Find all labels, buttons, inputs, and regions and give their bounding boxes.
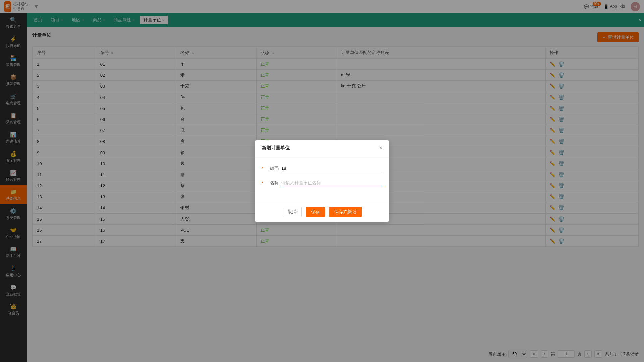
name-form-row: * 名称 <box>262 179 382 187</box>
name-input[interactable] <box>281 179 382 187</box>
modal-header: 新增计量单位 × <box>255 140 389 156</box>
code-input[interactable] <box>281 164 382 172</box>
add-unit-modal: 新增计量单位 × * 编码 * 名称 取消 保存 保存并新增 <box>255 140 389 222</box>
modal-body: * 编码 * 名称 <box>255 156 389 202</box>
code-required-mark: * <box>262 166 263 171</box>
code-form-row: * 编码 <box>262 164 382 172</box>
name-required-mark: * <box>262 181 263 186</box>
modal-title: 新增计量单位 <box>262 145 290 151</box>
cancel-button[interactable]: 取消 <box>283 207 302 217</box>
name-label: 名称 <box>267 180 279 186</box>
save-new-button[interactable]: 保存并新增 <box>329 207 362 217</box>
modal-footer: 取消 保存 保存并新增 <box>255 202 389 222</box>
modal-overlay: 新增计量单位 × * 编码 * 名称 取消 保存 保存并新增 <box>0 0 644 362</box>
code-label: 编码 <box>267 165 279 171</box>
modal-close-button[interactable]: × <box>379 145 382 151</box>
save-button[interactable]: 保存 <box>306 207 325 217</box>
